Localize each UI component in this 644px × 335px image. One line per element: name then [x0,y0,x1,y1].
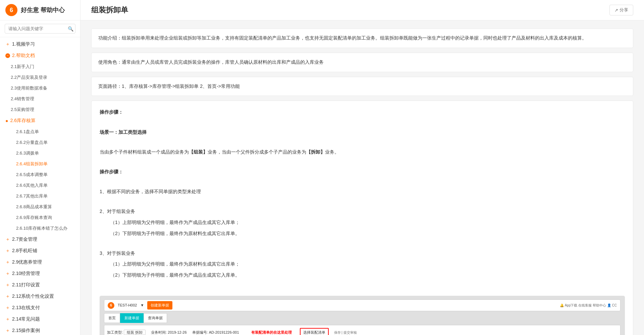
plus-icon: ＋ [5,282,10,288]
sidebar-item-docs-25[interactable]: 2.5采购管理 [0,104,80,115]
main-content: 组装拆卸单 ↗ 分享 功能介绍：组装拆卸单用来处理企业组装或拆卸等加工业务，支持… [80,0,644,335]
role-box: 使用角色：通常由生产人员或库管人员完成拆装业务的操作，库管人员确认原材料的出库和… [91,53,633,72]
sidebar-item-docs-261[interactable]: 2.6.1盘点单 [0,126,80,137]
scene1-title: 场景一：加工类型选择 [100,129,147,135]
step3-sub2: （2）下部明细为子件明细，最终作为产成品生成其它入库单。 [100,271,625,280]
share-label: 分享 [620,7,628,13]
sidebar-item-docs-265[interactable]: 2.6.5成本调整单 [0,169,80,180]
brand-name: 好生意 帮助中心 [21,6,65,14]
intro-box: 功能介绍：组装拆卸单用来处理企业组装或拆卸等加工业务，支持有固定装配清单的产品加… [91,29,633,48]
plus-icon: ＋ [5,316,10,322]
sidebar-item-docs-266[interactable]: 2.6.6其他入库单 [0,180,80,191]
sidebar-item-label: 2.10经营管理 [12,271,40,277]
sidebar-item-docs-26[interactable]: ● 2.6库存核算 [0,115,80,126]
step3-sub1: （1）上部明细为父件明细，最终作为原材料生成其它出库单； [100,260,625,269]
step2-sub1: （1）上部明细为父件明细，最终作为产成品生成其它入库单； [100,218,625,227]
sidebar-item-label: 2.7资金管理 [12,236,37,242]
sidebar-item-label: 2.12系统个性化设置 [12,293,54,299]
sidebar-item-label: 2.9优惠券管理 [12,259,42,265]
sidebar-item-docs[interactable]: − 2.帮助文档 [0,50,80,61]
ss-ann1: 有装配清单的在这里处理 [251,329,292,335]
steps-label: 操作步骤： [100,109,123,115]
sidebar-header: 6 好生意 帮助中心 [0,0,80,20]
sidebar-item-label: 2.11打印设置 [12,282,40,288]
sidebar: 6 好生意 帮助中心 🔍 ＋ 1.视频学习 − 2.帮助文档 2.1新手入门 2… [0,0,80,335]
sidebar-item-label: 2.13在线支付 [12,305,40,311]
page-title: 组装拆卸单 [91,5,128,15]
sidebar-item-label: 2.8手机旺铺 [12,248,37,254]
search-input[interactable] [5,24,75,34]
sidebar-item-docs-262[interactable]: 2.6.2分量盘点单 [0,137,80,148]
sidebar-item-label: 2.帮助文档 [12,53,35,59]
plus-icon: ＋ [5,236,10,242]
sidebar-item-docs-23[interactable]: 2.3使用前数据准备 [0,83,80,94]
path-box: 页面路径：1、库存核算->库存管理->组装拆卸单 2、首页->常用功能 [91,77,633,96]
plus-icon: ＋ [5,248,10,254]
sidebar-item-docs-24[interactable]: 2.4销售管理 [0,94,80,104]
share-button[interactable]: ↗ 分享 [609,5,633,15]
sidebar-item-docs-212[interactable]: ＋ 2.12系统个性化设置 [0,291,80,302]
plus-icon: ＋ [5,305,10,311]
plus-icon: ＋ [5,293,10,299]
step2-sub2: （2）下部明细为子件明细，最终作为原材料生成其它出库单。 [100,229,625,238]
nav-section: ＋ 1.视频学习 − 2.帮助文档 2.1新手入门 2.2产品安装及登录 2.3… [0,37,80,335]
sidebar-item-label: 1.视频学习 [12,41,35,47]
steps-block: 操作步骤： 场景一：加工类型选择 当由多个子件材料组装成一个成品的业务为【组装】… [91,101,633,335]
sidebar-item-docs-269[interactable]: 2.6.9库存账本查询 [0,212,80,223]
sidebar-item-label: 2.15操作案例 [12,328,40,334]
sidebar-item-docs-213[interactable]: ＋ 2.13在线支付 [0,302,80,314]
sidebar-item-docs-21[interactable]: 2.1新手入门 [0,61,80,72]
role-text: 使用角色：通常由生产人员或库管人员完成拆装业务的操作，库管人员确认原材料的出库和… [98,59,324,65]
ss-new-btn: 创建新单据 [147,301,172,310]
search-button[interactable]: 🔍 [68,26,73,32]
sidebar-item-docs-263[interactable]: 2.6.3调拨单 [0,148,80,159]
ss-edit-btns: 保存 | 提交审核 [334,329,357,335]
sidebar-item-docs-27[interactable]: ＋ 2.7资金管理 [0,234,80,245]
sidebar-item-docs-29[interactable]: ＋ 2.9优惠券管理 [0,257,80,268]
sidebar-item-label: 2.6库存核算 [10,118,35,124]
sidebar-item-video[interactable]: ＋ 1.视频学习 [0,39,80,50]
step3-text: 3、对于拆装业务 [100,249,625,258]
ss-btn-ann: 选择装配清单 [300,328,329,335]
plus-icon: ＋ [5,271,10,277]
logo-icon: 6 [5,4,17,16]
share-icon: ↗ [614,8,618,13]
sidebar-item-docs-215[interactable]: ＋ 2.15操作案例 [0,325,80,335]
ss-icons: 🔔 App下载 在线客服 帮助中心 👤 CC [560,302,617,309]
ss-tab-query[interactable]: 查询单据 [144,313,167,323]
ss-form-no: 单据编号: AD-20191226-001 [192,329,239,335]
sidebar-item-docs-28[interactable]: ＋ 2.8手机旺铺 [0,245,80,257]
plus-icon: ＋ [5,41,10,47]
sidebar-item-docs-2610[interactable]: 2.6.10库存账本错了怎么办 [0,223,80,234]
intro-text: 功能介绍：组装拆卸单用来处理企业组装或拆卸等加工业务，支持有固定装配清单的产品加… [98,35,587,41]
ss-company: TEST-H002 [118,302,137,309]
step2-text: 2、对于组装业务 [100,207,625,216]
ss-tab-new[interactable]: 新建单据 [120,313,144,323]
scene1-desc: 当由多个子件材料组装成一个成品的业务为【组装】业务，当由一个父件拆分成多个子产品… [100,148,625,157]
plus-icon: ＋ [5,259,10,265]
steps-intro: 操作步骤： [100,169,123,174]
sidebar-item-docs-268[interactable]: 2.6.8商品成本重算 [0,202,80,212]
ss-form-date: 业务时间: 2019-12-26 [151,329,186,335]
minus-icon: ● [5,118,8,123]
search-box: 🔍 [0,20,80,37]
plus-icon: ＋ [5,328,10,334]
sidebar-item-label: 2.14常见问题 [12,316,40,322]
ss-logo: 6 [108,302,114,309]
sidebar-item-docs-210[interactable]: ＋ 2.10经营管理 [0,268,80,279]
sidebar-item-docs-264[interactable]: 2.6.4组装拆卸单 [0,159,80,169]
step1-text: 1、根据不同的业务，选择不同单据的类型来处理 [100,187,625,196]
sidebar-item-docs-267[interactable]: 2.6.7其他出库单 [0,191,80,202]
path-text: 页面路径：1、库存核算->库存管理->组装拆卸单 2、首页->常用功能 [98,83,240,89]
screenshot-container: 6 TEST-H002 ▼ 创建新单据 🔔 App下载 在线客服 帮助中心 👤 … [100,296,625,335]
sidebar-item-docs-22[interactable]: 2.2产品安装及登录 [0,72,80,83]
minus-icon: − [5,53,10,58]
main-header: 组装拆卸单 ↗ 分享 [80,0,644,20]
sidebar-item-docs-214[interactable]: ＋ 2.14常见问题 [0,314,80,325]
ss-dropdown-icon: ▼ [140,302,144,309]
ss-tab-home[interactable]: 首页 [104,313,120,323]
content-area: 功能介绍：组装拆卸单用来处理企业组装或拆卸等加工业务，支持有固定装配清单的产品加… [80,20,644,335]
sidebar-item-docs-211[interactable]: ＋ 2.11打印设置 [0,279,80,291]
steps-content: 操作步骤： 场景一：加工类型选择 当由多个子件材料组装成一个成品的业务为【组装】… [100,108,625,335]
ss-form-label1: 加工类型: 组装 拆卸 [107,329,146,335]
